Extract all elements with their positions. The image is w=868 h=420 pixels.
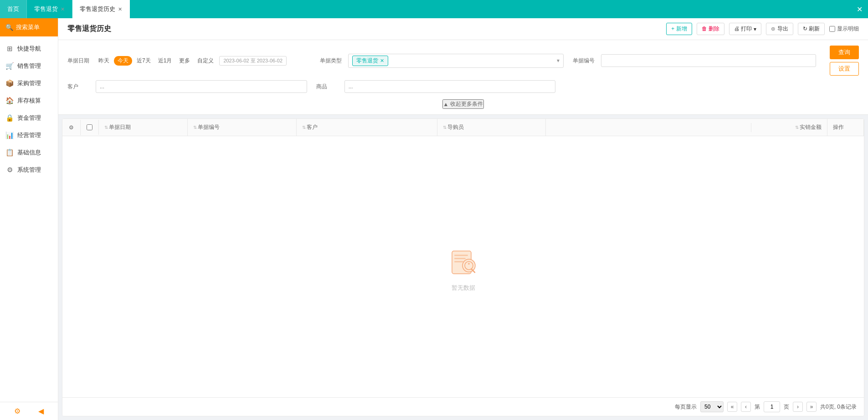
- tab-home-label: 首页: [7, 5, 19, 13]
- th-checkbox[interactable]: [81, 120, 99, 135]
- inventory-icon: 🏠: [5, 97, 14, 105]
- svg-point-4: [462, 259, 475, 272]
- collapse-label: 收起更多条件: [450, 100, 483, 108]
- th-spacer: [546, 123, 751, 132]
- th-settings[interactable]: ⚙: [62, 120, 81, 135]
- date-shortcut-custom[interactable]: 自定义: [195, 56, 216, 66]
- sidebar-item-system-mgmt-label: 系统管理: [17, 166, 41, 174]
- content-area: 零售退货历史 + 新增 🗑 删除 🖨 打印 ▾ ⊙ 导出 ↻ 刷新 显示明细: [58, 18, 868, 420]
- date-shortcut-today[interactable]: 今天: [114, 56, 132, 66]
- order-number-filter-item: 单据编号: [573, 54, 816, 67]
- system-mgmt-icon: ⚙: [5, 166, 14, 174]
- print-arrow-icon: ▾: [754, 26, 756, 32]
- date-shortcut-last7[interactable]: 近7天: [134, 56, 154, 66]
- print-button[interactable]: 🖨 打印 ▾: [729, 23, 761, 35]
- sort-icon-guide: ⇅: [443, 125, 447, 130]
- sidebar-item-quick-nav-label: 快捷导航: [17, 45, 41, 53]
- first-page-btn[interactable]: «: [727, 402, 737, 412]
- select-all-checkbox[interactable]: [87, 124, 92, 130]
- date-shortcut-more[interactable]: 更多: [176, 56, 193, 66]
- sidebar-item-system-mgmt[interactable]: ⚙ 系统管理: [0, 161, 58, 179]
- show-detail-checkbox-label[interactable]: 显示明细: [829, 25, 859, 33]
- th-guide[interactable]: ⇅ 导购员: [437, 119, 546, 136]
- sidebar-item-finance-mgmt[interactable]: 🔒 资金管理: [0, 109, 58, 127]
- type-selector-chevron: ▾: [557, 57, 560, 64]
- sidebar-item-sales-mgmt[interactable]: 🛒 销售管理: [0, 57, 58, 75]
- export-button[interactable]: ⊙ 导出: [766, 23, 793, 35]
- sidebar-item-operations-mgmt-label: 经营管理: [17, 131, 41, 139]
- next-page-btn[interactable]: ›: [793, 402, 803, 412]
- type-filter-label: 单据类型: [320, 57, 345, 65]
- sidebar-search[interactable]: 🔍 搜索菜单: [0, 18, 58, 36]
- per-page-select[interactable]: 10 20 50 100: [700, 401, 724, 412]
- th-number[interactable]: ⇅ 单据编号: [188, 119, 296, 136]
- new-button[interactable]: + 新增: [666, 23, 692, 35]
- sales-mgmt-icon: 🛒: [5, 62, 14, 70]
- print-label: 🖨 打印: [734, 25, 752, 33]
- date-shortcut-last-month[interactable]: 近1月: [155, 56, 175, 66]
- sidebar-nav: ⊞ 快捷导航 🛒 销售管理 📦 采购管理 🏠 库存核算 🔒 资金管理 📊: [0, 36, 58, 402]
- svg-point-7: [468, 263, 470, 265]
- page-header: 零售退货历史 + 新增 🗑 删除 🖨 打印 ▾ ⊙ 导出 ↻ 刷新 显示明细: [58, 18, 868, 40]
- prev-page-btn[interactable]: ‹: [741, 402, 751, 412]
- svg-rect-1: [454, 255, 468, 256]
- filter-area: 单据日期 昨天 今天 近7天 近1月 更多 自定义 2023-06-02 至 2…: [58, 40, 868, 115]
- empty-state: 暂无数据: [445, 242, 482, 292]
- collapse-sidebar-icon[interactable]: ◀: [38, 407, 44, 415]
- svg-rect-3: [454, 261, 463, 262]
- collapse-button[interactable]: ▲ 收起更多条件: [442, 99, 484, 109]
- collapse-row: ▲ 收起更多条件: [67, 97, 859, 111]
- sidebar-item-inventory[interactable]: 🏠 库存核算: [0, 92, 58, 109]
- toolbar-actions: + 新增 🗑 删除 🖨 打印 ▾ ⊙ 导出 ↻ 刷新 显示明细: [666, 23, 859, 35]
- tab-retail-return[interactable]: 零售退货 ✕: [27, 0, 72, 18]
- sidebar-item-basic-info-label: 基础信息: [17, 149, 41, 157]
- type-tag-close[interactable]: ✕: [380, 58, 384, 64]
- finance-mgmt-icon: 🔒: [5, 114, 14, 122]
- settings-footer-icon[interactable]: ⚙: [14, 407, 21, 415]
- type-filter-item: 单据类型 零售退货 ✕ ▾: [320, 54, 563, 68]
- type-selector[interactable]: 零售退货 ✕ ▾: [348, 54, 563, 68]
- goods-filter-label: 商品: [316, 83, 342, 91]
- customer-input[interactable]: [96, 80, 307, 93]
- date-shortcut-yesterday[interactable]: 昨天: [96, 56, 112, 66]
- tab-retail-return-history-close[interactable]: ✕: [118, 7, 122, 12]
- sidebar-item-basic-info[interactable]: 📋 基础信息: [0, 144, 58, 161]
- sidebar-item-purchase-mgmt[interactable]: 📦 采购管理: [0, 75, 58, 92]
- th-date[interactable]: ⇅ 单据日期: [99, 119, 188, 136]
- tab-retail-return-history[interactable]: 零售退货历史 ✕: [72, 0, 130, 18]
- column-settings-icon: ⚙: [69, 124, 74, 131]
- customer-filter-item: 客户: [67, 80, 307, 93]
- window-close-btn[interactable]: ✕: [857, 5, 863, 14]
- show-detail-text: 显示明细: [837, 25, 859, 33]
- date-range-display[interactable]: 2023-06-02 至 2023-06-02: [219, 56, 287, 66]
- order-number-input[interactable]: [601, 54, 816, 67]
- refresh-button[interactable]: ↻ 刷新: [798, 23, 825, 35]
- show-detail-checkbox[interactable]: [829, 26, 835, 32]
- setting-button[interactable]: 设置: [830, 62, 859, 76]
- sidebar-item-operations-mgmt[interactable]: 📊 经营管理: [0, 127, 58, 144]
- last-page-btn[interactable]: »: [806, 402, 817, 412]
- order-number-label: 单据编号: [573, 57, 598, 65]
- top-bar: 首页 零售退货 ✕ 零售退货历史 ✕ ✕: [0, 0, 868, 18]
- goods-input[interactable]: [344, 80, 556, 93]
- delete-button[interactable]: 🗑 删除: [697, 23, 724, 35]
- th-customer[interactable]: ⇅ 客户: [297, 119, 437, 136]
- total-text: 共0页, 0条记录: [820, 403, 857, 411]
- sidebar-item-quick-nav[interactable]: ⊞ 快捷导航: [0, 40, 58, 57]
- sort-icon-date: ⇅: [104, 125, 108, 130]
- th-amount-label: 实销金额: [800, 123, 822, 131]
- tab-retail-return-label: 零售退货: [34, 5, 58, 13]
- purchase-mgmt-icon: 📦: [5, 79, 14, 87]
- query-button[interactable]: 查询: [830, 46, 859, 59]
- sort-icon-number: ⇅: [193, 125, 197, 130]
- sidebar-item-purchase-mgmt-label: 采购管理: [17, 79, 41, 87]
- table-header: ⚙ ⇅ 单据日期 ⇅ 单据编号 ⇅ 客户 ⇅: [62, 119, 864, 136]
- page-number-input[interactable]: 1: [764, 401, 780, 412]
- tab-retail-return-close[interactable]: ✕: [61, 7, 65, 12]
- basic-info-icon: 📋: [5, 149, 14, 157]
- tab-home[interactable]: 首页: [0, 0, 27, 18]
- sidebar: 🔍 搜索菜单 ⊞ 快捷导航 🛒 销售管理 📦 采购管理 🏠 库存核算 🔒: [0, 18, 58, 420]
- th-amount[interactable]: ⇅ 实销金额: [751, 119, 827, 136]
- empty-icon: [445, 242, 482, 278]
- th-action-label: 操作: [833, 123, 844, 131]
